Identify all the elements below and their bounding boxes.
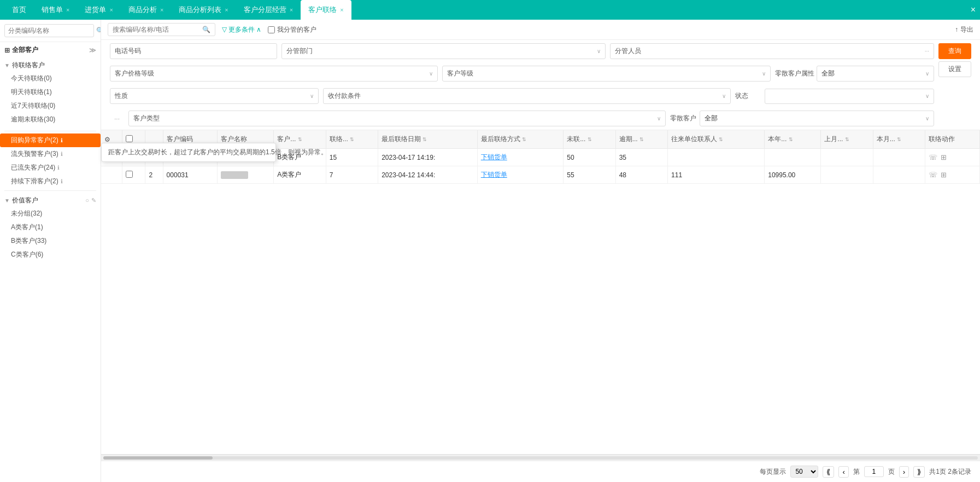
nav-purchase[interactable]: 进货单 ×: [77, 0, 120, 20]
col-overdue[interactable]: 逾期... ⇅: [615, 130, 667, 149]
sidebar-group-pending: ▼ 待联络客户 今天待联络(0) 明天待联络(1) 近7天待联络(0) 逾期未联…: [0, 58, 101, 129]
sort-icon-past: ⇅: [719, 137, 723, 142]
prev-page-btn[interactable]: ‹: [838, 466, 848, 478]
filter-retail-attr-select[interactable]: 全部 ∨: [817, 66, 934, 82]
nav-customer-contact-close[interactable]: ×: [340, 0, 343, 20]
row2-contact-way-link[interactable]: 下销货单: [481, 171, 507, 178]
search-input[interactable]: [113, 26, 200, 33]
filter-payment[interactable]: 收付款条件 ∨: [323, 88, 731, 104]
retail-customer-caret: ∨: [925, 115, 929, 121]
filter-dots[interactable]: ···: [110, 112, 124, 125]
filter-price-level[interactable]: 客户价格等级 ∨: [110, 66, 438, 82]
search-input-wrapper: 🔍: [108, 23, 215, 36]
horizontal-scrollbar[interactable]: [101, 454, 980, 461]
select-all-checkbox[interactable]: [126, 135, 133, 142]
nav-purchase-close[interactable]: ×: [109, 0, 113, 20]
filter-nature[interactable]: 性质 ∨: [110, 88, 319, 104]
sort-icon-not-contact: ⇅: [588, 137, 592, 142]
row1-contact-way-link[interactable]: 下销货单: [481, 153, 507, 161]
sidebar-item-a-class[interactable]: A类客户(1): [0, 220, 101, 234]
sidebar-item-7days[interactable]: 近7天待联络(0): [0, 99, 101, 113]
nav-product-list-close[interactable]: ×: [225, 0, 228, 20]
window-close-icon[interactable]: ×: [971, 5, 976, 15]
row1-phone-icon[interactable]: ☏: [929, 153, 937, 161]
more-conditions-btn[interactable]: ▽ 更多条件 ∧: [222, 25, 261, 34]
sidebar-group-value: ▼ 价值客户 ○ ✎ 未分组(32) A类客户(1) B类客户(33) C类客户…: [0, 193, 101, 264]
col-last-contact-date[interactable]: 最后联络日期 ⇅: [378, 130, 478, 149]
nav-customer-tier[interactable]: 客户分层经营 ×: [236, 0, 301, 20]
filter-manager[interactable]: 分管人员 ···: [610, 43, 934, 59]
filter-status-select[interactable]: ∨: [765, 89, 934, 104]
sidebar-item-churned[interactable]: 已流失客户(24) ℹ: [0, 161, 101, 175]
row1-contact: 15: [326, 149, 378, 166]
col-last-contact-way[interactable]: 最后联络方式 ⇅: [477, 130, 564, 149]
sidebar-search-input[interactable]: [4, 24, 94, 37]
edit-icon[interactable]: ✎: [91, 197, 96, 204]
chevron-up-icon: ∧: [256, 26, 261, 33]
scroll-thumb[interactable]: [103, 456, 213, 460]
nav-customer-contact[interactable]: 客户联络 ×: [301, 0, 351, 20]
sidebar-item-churn-warning[interactable]: 流失预警客户(3) ℹ: [0, 147, 101, 161]
column-settings-icon[interactable]: ⚙: [104, 136, 110, 143]
filter-customer-level[interactable]: 客户等级 ∨: [442, 66, 770, 82]
filter-dept[interactable]: 分管部门 ∨: [281, 43, 606, 59]
sidebar-item-today[interactable]: 今天待联络(0): [0, 72, 101, 85]
circle-icon[interactable]: ○: [85, 197, 89, 204]
next-page-btn[interactable]: ›: [899, 466, 909, 478]
row2-checkbox: [122, 166, 145, 184]
first-page-btn[interactable]: ⟪: [823, 466, 834, 478]
col-this-year[interactable]: 本年... ⇅: [765, 130, 821, 149]
query-button[interactable]: 查询: [938, 43, 971, 59]
row2-check[interactable]: [126, 171, 133, 178]
sidebar-item-b-class[interactable]: B类客户(33): [0, 234, 101, 248]
sidebar-divider-2: [4, 190, 96, 191]
sidebar-group-value-title[interactable]: ▼ 价值客户 ○ ✎: [0, 193, 101, 207]
my-customers-checkbox[interactable]: 我分管的客户: [268, 25, 316, 34]
manager-dots: ···: [925, 48, 929, 54]
last-page-btn[interactable]: ⟫: [913, 466, 925, 478]
arrow-down-icon: ▼: [4, 62, 10, 68]
page-number-input[interactable]: [864, 466, 884, 477]
row2-phone-icon[interactable]: ☏: [929, 171, 937, 179]
my-customers-check[interactable]: [268, 26, 275, 33]
sidebar-item-declining[interactable]: 持续下滑客户(2) ℹ: [0, 175, 101, 188]
col-this-month[interactable]: 本月... ⇅: [873, 130, 925, 149]
sort-icon-overdue: ⇅: [639, 137, 644, 142]
sidebar-item-tomorrow[interactable]: 明天待联络(1): [0, 85, 101, 99]
row1-last-month: [821, 149, 873, 166]
col-last-month[interactable]: 上月... ⇅: [821, 130, 873, 149]
sidebar-group-pending-title[interactable]: ▼ 待联络客户: [0, 58, 101, 72]
nav-product-analysis[interactable]: 商品分析 ×: [121, 0, 171, 20]
nav-customer-tier-close[interactable]: ×: [290, 0, 293, 20]
col-contact[interactable]: 联络... ⇅: [326, 130, 378, 149]
nav-product-analysis-close[interactable]: ×: [160, 0, 163, 20]
filter-customer-type[interactable]: 客户类型 ∨: [128, 111, 666, 126]
sidebar-all-customers[interactable]: ⊞ 全部客户 ≫: [0, 42, 101, 58]
row2-grid-icon[interactable]: ⊞: [941, 171, 947, 179]
nav-sales[interactable]: 销售单 ×: [34, 0, 77, 20]
col-not-contact[interactable]: 未联... ⇅: [564, 130, 615, 149]
col-past-contact[interactable]: 往来单位联系人 ⇅: [668, 130, 765, 149]
sidebar-item-overdue[interactable]: 逾期未联络(30): [0, 113, 101, 126]
search-bar-icon[interactable]: 🔍: [202, 26, 210, 33]
row2-this-month: [873, 166, 925, 184]
sidebar-item-c-class[interactable]: C类客户(6): [0, 248, 101, 262]
nav-product-list[interactable]: 商品分析列表 ×: [171, 0, 236, 20]
nature-caret: ∨: [310, 93, 314, 99]
info-icon-1: ℹ: [61, 151, 63, 157]
row2-overdue: 48: [615, 166, 667, 184]
nav-sales-close[interactable]: ×: [66, 0, 69, 20]
filter-retail-customer-select[interactable]: 全部 ∨: [700, 111, 934, 126]
col-type[interactable]: 客户... ⇅: [274, 130, 326, 149]
filter-phone[interactable]: 电话号码: [110, 43, 277, 59]
settings-button[interactable]: 设置: [938, 61, 971, 77]
row1-grid-icon[interactable]: ⊞: [941, 153, 947, 161]
nav-home[interactable]: 首页: [4, 0, 34, 20]
info-icon-3: ℹ: [61, 178, 63, 184]
sidebar-item-rebuy-anomaly[interactable]: 回购异常客户(2) ℹ: [0, 133, 101, 147]
sidebar-search-icon[interactable]: 🔍: [96, 27, 101, 34]
export-button[interactable]: ↑ 导出: [955, 25, 973, 34]
collapse-icon[interactable]: ≫: [89, 47, 96, 54]
per-page-select[interactable]: 50 100 200: [790, 466, 818, 478]
sidebar-item-ungroup[interactable]: 未分组(32): [0, 207, 101, 220]
